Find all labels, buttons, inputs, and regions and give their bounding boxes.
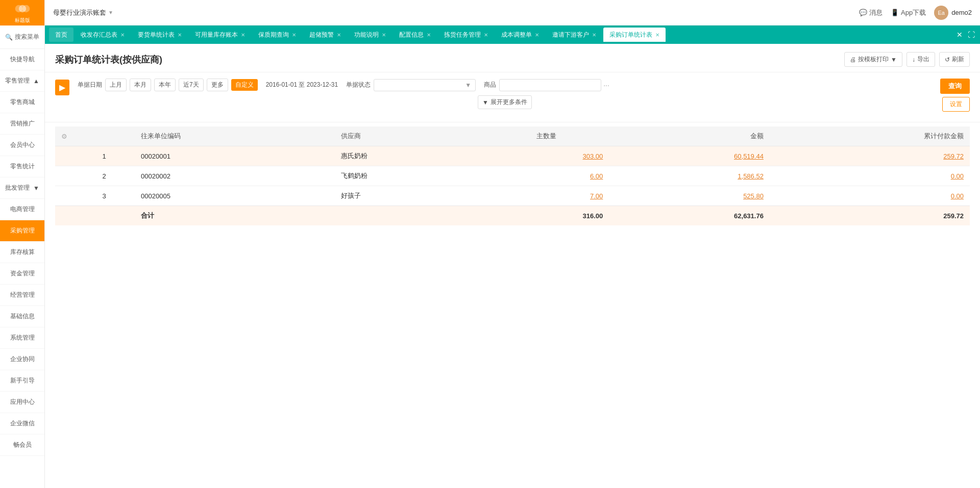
chevron-down-icon: ▼ [33, 185, 39, 192]
td-supplier: 好孩子 [335, 186, 484, 206]
td-quantity[interactable]: 303.00 [484, 146, 609, 166]
sidebar-item-finance[interactable]: 资金管理 [0, 263, 44, 285]
tab-receive-send[interactable]: 收发存汇总表 ✕ [75, 28, 131, 42]
tabbar-close-all-button[interactable]: ✕ [955, 30, 964, 40]
refresh-button[interactable]: ↺ 刷新 [939, 52, 970, 67]
mobile-icon: 📱 [891, 9, 899, 16]
tab-config-info[interactable]: 配置信息 ✕ [393, 28, 437, 42]
goods-input-group: ··· [499, 79, 609, 91]
close-icon[interactable]: ✕ [592, 32, 596, 38]
sidebar-item-retail-stats[interactable]: 零售统计 [0, 156, 44, 177]
date-range-display: 2016-01-01 至 2023-12-31 [266, 81, 338, 89]
export-button[interactable]: ↓ 导出 [906, 52, 935, 67]
close-icon[interactable]: ✕ [292, 32, 296, 38]
th-supplier: 供应商 [335, 126, 484, 146]
td-settings [55, 186, 74, 206]
th-settings: ⚙ [55, 126, 74, 146]
goods-more-icon[interactable]: ··· [603, 81, 609, 89]
expand-more-button[interactable]: ▼ 展开更多条件 [478, 95, 532, 109]
message-button[interactable]: 💬 消息 [859, 8, 883, 17]
user-menu[interactable]: Ea demo2 [934, 6, 972, 20]
page-title: 采购订单统计表(按供应商) [55, 54, 162, 66]
tab-function-desc[interactable]: 功能说明 ✕ [348, 28, 392, 42]
sidebar-item-inventory[interactable]: 库存核算 [0, 242, 44, 263]
tabbar-expand-button[interactable]: ⛶ [967, 30, 976, 40]
date-more-button[interactable]: 更多 [207, 79, 228, 91]
date-range-item: 2016-01-01 至 2023-12-31 [266, 81, 338, 89]
avatar: Ea [934, 6, 948, 20]
sidebar-item-operations[interactable]: 经营管理 [0, 285, 44, 306]
sidebar-item-app-center[interactable]: 应用中心 [0, 392, 44, 413]
close-icon[interactable]: ✕ [241, 32, 245, 38]
close-icon[interactable]: ✕ [535, 32, 539, 38]
tab-pick-task[interactable]: 拣货任务管理 ✕ [438, 28, 494, 42]
tab-home[interactable]: 首页 [49, 28, 74, 42]
date-7days-button[interactable]: 近7天 [179, 79, 204, 91]
main-area: 母婴行业演示账套 ▼ 💬 消息 📱 App下载 Ea demo2 首页 [45, 0, 980, 488]
close-icon[interactable]: ✕ [382, 32, 386, 38]
th-amount: 金额 [609, 126, 770, 146]
td-paid[interactable]: 0.00 [770, 166, 970, 186]
sidebar-item-member[interactable]: 会员中心 [0, 135, 44, 156]
setting-button[interactable]: 设置 [942, 97, 970, 112]
tab-purchase-stats[interactable]: 采购订单统计表 ✕ [603, 28, 666, 42]
sidebar-item-enterprise[interactable]: 企业协同 [0, 349, 44, 370]
sidebar-item-ecommerce[interactable]: 电商管理 [0, 199, 44, 220]
goods-input[interactable] [499, 79, 601, 91]
tab-invite-downstream[interactable]: 邀请下游客户 ✕ [546, 28, 602, 42]
table-wrapper: ⚙ 往来单位编码 供应商 主数量 金额 累计付款金额 1 00020001 [45, 126, 980, 389]
account-selector-arrow: ▼ [108, 10, 113, 15]
sidebar-item-retail-mall[interactable]: 零售商城 [0, 92, 44, 113]
td-quantity[interactable]: 6.00 [484, 166, 609, 186]
td-paid[interactable]: 259.72 [770, 146, 970, 166]
tab-available-stock[interactable]: 可用量库存账本 ✕ [189, 28, 251, 42]
close-icon[interactable]: ✕ [120, 32, 125, 38]
sidebar-item-system[interactable]: 系统管理 [0, 327, 44, 349]
purchase-stats-table: ⚙ 往来单位编码 供应商 主数量 金额 累计付款金额 1 00020001 [55, 126, 970, 225]
filter-toggle-button[interactable]: ▶ [55, 80, 69, 95]
tab-purchase-stats-label: 采购订单统计表 [609, 31, 652, 39]
td-supplier: 飞鹤奶粉 [335, 166, 484, 186]
close-icon[interactable]: ✕ [655, 32, 659, 38]
date-custom-button[interactable]: 自定义 [231, 79, 258, 91]
status-select[interactable]: ▼ [374, 79, 476, 91]
close-icon[interactable]: ✕ [178, 32, 182, 38]
close-icon[interactable]: ✕ [427, 32, 431, 38]
page-header: 采购订单统计表(按供应商) 🖨 按模板打印 ▼ ↓ 导出 ↺ 刷新 [45, 44, 980, 72]
app-download-button[interactable]: 📱 App下载 [891, 8, 926, 17]
print-button[interactable]: 🖨 按模板打印 ▼ [844, 52, 902, 67]
close-icon[interactable]: ✕ [484, 32, 488, 38]
sidebar-item-marketing[interactable]: 营销推广 [0, 113, 44, 135]
tab-order-stats[interactable]: 要货单统计表 ✕ [132, 28, 188, 42]
td-amount[interactable]: 60,519.44 [609, 146, 770, 166]
td-quantity[interactable]: 7.00 [484, 186, 609, 206]
date-this-year-button[interactable]: 本年 [154, 79, 176, 91]
search-menu-label: 搜索菜单 [15, 33, 39, 41]
date-last-month-button[interactable]: 上月 [105, 79, 127, 91]
sidebar-item-member2[interactable]: 畅会员 [0, 434, 44, 456]
td-amount[interactable]: 1,586.52 [609, 166, 770, 186]
search-menu-button[interactable]: 🔍 搜索菜单 [4, 31, 40, 43]
date-this-month-button[interactable]: 本月 [130, 79, 151, 91]
td-paid[interactable]: 0.00 [770, 186, 970, 206]
settings-icon[interactable]: ⚙ [61, 133, 67, 140]
sidebar-item-new-guide[interactable]: 新手引导 [0, 370, 44, 392]
scroll-spacer [55, 225, 970, 378]
app-logo[interactable]: 标题版 [0, 0, 44, 25]
account-selector[interactable]: 母婴行业演示账套 ▼ [53, 8, 113, 17]
td-amount[interactable]: 525.80 [609, 186, 770, 206]
sidebar-item-wholesale[interactable]: 批发管理 ▼ [0, 177, 44, 199]
tab-cost-adjust[interactable]: 成本调整单 ✕ [495, 28, 545, 42]
tab-overstock-warning[interactable]: 超储预警 ✕ [303, 28, 347, 42]
sidebar-item-retail[interactable]: 零售管理 ▲ [0, 70, 44, 92]
close-icon[interactable]: ✕ [337, 32, 341, 38]
tab-invite-downstream-label: 邀请下游客户 [552, 31, 589, 39]
tab-expiry-query[interactable]: 保质期查询 ✕ [252, 28, 302, 42]
sidebar-item-basic-info[interactable]: 基础信息 [0, 306, 44, 327]
table-row: 1 00020001 惠氏奶粉 303.00 60,519.44 259.72 [55, 146, 970, 166]
sidebar-item-purchase[interactable]: 采购管理 [0, 220, 44, 242]
query-button[interactable]: 查询 [940, 79, 970, 94]
td-footer-label: 合计 [135, 206, 335, 226]
sidebar-item-quick-nav[interactable]: 快捷导航 [0, 49, 44, 70]
sidebar-item-enterprise-wechat[interactable]: 企业微信 [0, 413, 44, 434]
